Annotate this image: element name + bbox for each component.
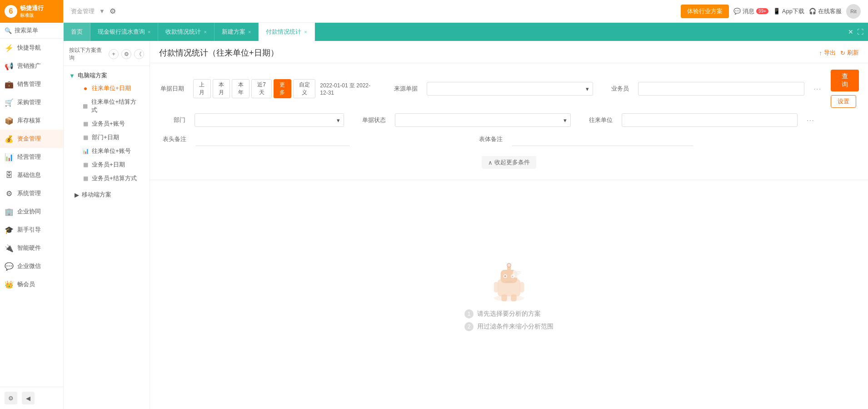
- tab-payment-stats-close[interactable]: ×: [304, 29, 307, 35]
- partner-select[interactable]: [622, 113, 798, 127]
- schema-staff-settle-label: 业务员+结算方式: [92, 174, 137, 182]
- source-doc-select[interactable]: ▾: [427, 82, 593, 96]
- collapse-more-btn[interactable]: ∧ 收起更多条件: [482, 156, 536, 169]
- date-range-display: 2022-01-01 至 2022-12-31: [320, 82, 376, 96]
- tab-home-label: 首页: [71, 28, 83, 36]
- schema-staff-account[interactable]: ▦ 业务员+账号: [69, 117, 144, 131]
- sidebar-item-member[interactable]: 👑 畅会员: [0, 275, 63, 293]
- expand-btn[interactable]: ⛶: [857, 28, 863, 35]
- settings-btn[interactable]: 设置: [831, 95, 856, 108]
- logo-icon: 6: [5, 5, 17, 18]
- tab-payment-stats[interactable]: 付款情况统计 ×: [259, 23, 314, 41]
- schema-dept-date[interactable]: ▦ 部门+日期: [69, 131, 144, 144]
- partner-ellipsis[interactable]: ···: [807, 116, 815, 124]
- tab-bank-flow[interactable]: 现金银行流水查询 ×: [90, 23, 158, 41]
- enterprise-icon: 🏢: [5, 207, 14, 216]
- tip-1-text: 请先选择要分析的方案: [477, 310, 541, 318]
- tip-num-2: 2: [464, 322, 474, 331]
- close-all-tabs-btn[interactable]: ✕: [848, 28, 853, 35]
- tab-new-plan-label: 新建方案: [222, 28, 245, 36]
- app-download-btn[interactable]: 📱 App下载: [773, 7, 804, 15]
- notification-icon: 💬: [733, 8, 741, 15]
- mobile-schema-label: 移动端方案: [82, 191, 111, 199]
- tab-new-plan-close[interactable]: ×: [248, 29, 251, 35]
- table-body-note-input[interactable]: [512, 132, 693, 146]
- date-btn-this-month[interactable]: 本月: [213, 79, 230, 98]
- schema-settings-btn[interactable]: ⚙: [121, 49, 131, 59]
- content-area: 按以下方案查询 + ⚙ 《 ▼ 电脑端方案: [64, 41, 868, 409]
- table-header-note-input[interactable]: [195, 132, 350, 146]
- online-service-label: 在线客服: [818, 7, 842, 15]
- schema-staff-date-label: 业务员+日期: [92, 161, 125, 169]
- query-btn[interactable]: 查询: [831, 70, 859, 91]
- schema-partner-settle[interactable]: ▦ 往来单位+结算方式: [69, 95, 144, 117]
- tab-new-plan[interactable]: 新建方案 ×: [215, 23, 259, 41]
- date-btn-last-7[interactable]: 近7天: [251, 79, 272, 98]
- sidebar-item-label: 企业微信: [17, 262, 41, 270]
- staff-select[interactable]: [638, 82, 804, 96]
- topbar-settings-icon[interactable]: ⚙: [110, 7, 116, 15]
- desktop-collapse-icon: ▼: [69, 72, 75, 79]
- sidebar-item-marketing[interactable]: 📢 营销推广: [0, 57, 63, 75]
- sidebar-settings-btn[interactable]: ⚙: [5, 392, 17, 404]
- tip-num-1: 1: [464, 309, 474, 318]
- online-service-btn[interactable]: 🎧 在线客服: [809, 7, 842, 15]
- tab-home[interactable]: 首页: [64, 23, 90, 41]
- sidebar-item-guide[interactable]: 🎓 新手引导: [0, 221, 63, 239]
- schema-icon: ▦: [82, 161, 89, 168]
- tab-receipt-stats[interactable]: 收款情况统计 ×: [158, 23, 214, 41]
- schema-partner-date[interactable]: ● 往来单位+日期: [69, 81, 144, 95]
- user-avatar-text: Rit: [850, 9, 856, 14]
- filter-row-3: 表头备注 表体备注: [159, 132, 859, 146]
- chevron-down-icon: ▾: [564, 117, 567, 124]
- date-btn-last-month[interactable]: 上月: [193, 79, 211, 98]
- active-schema-icon: ●: [82, 85, 89, 92]
- sidebar-item-enterprise[interactable]: 🏢 企业协同: [0, 202, 63, 221]
- topbar: 资金管理 ▼ ⚙ 体验行业方案 💬 消息 99+ 📱 App下载 🎧 在线客服 …: [64, 0, 868, 23]
- staff-ellipsis[interactable]: ···: [813, 85, 822, 92]
- topbar-dropdown-icon[interactable]: ▼: [99, 8, 105, 15]
- collapse-more-icon: ∧: [488, 159, 493, 166]
- collapse-panel-btn[interactable]: 《: [134, 49, 144, 59]
- inventory-icon: 📦: [5, 116, 14, 125]
- filter-area: 单据日期 上月 本月 本年 近7天 更多 自定义 2022-01-01 至 20…: [150, 63, 868, 180]
- sidebar-item-system[interactable]: ⚙ 系统管理: [0, 184, 63, 202]
- doc-status-select[interactable]: ▾: [395, 113, 571, 127]
- gear-icon: ⚙: [124, 51, 129, 57]
- sales-icon: 💼: [5, 80, 14, 89]
- industry-btn[interactable]: 体验行业方案: [681, 5, 729, 18]
- refresh-btn[interactable]: ↻ 刷新: [840, 49, 859, 57]
- schema-staff-date[interactable]: ▦ 业务员+日期: [69, 158, 144, 172]
- sidebar-item-inventory[interactable]: 📦 库存核算: [0, 111, 63, 130]
- schema-icon: ▦: [82, 120, 89, 127]
- sidebar-item-operation[interactable]: 📊 经营管理: [0, 148, 63, 166]
- schema-partner-account[interactable]: 📊 往来单位+账号: [69, 144, 144, 158]
- dept-select[interactable]: ▾: [195, 113, 344, 127]
- add-schema-btn[interactable]: +: [109, 49, 119, 59]
- search-menu[interactable]: 🔍 搜索菜单: [0, 23, 63, 39]
- tab-bank-flow-close[interactable]: ×: [148, 29, 150, 35]
- date-btn-more[interactable]: 更多: [274, 79, 291, 98]
- sidebar-item-wechat[interactable]: 💬 企业微信: [0, 257, 63, 275]
- sidebar-item-finance[interactable]: 💰 资金管理: [0, 130, 63, 148]
- sidebar-item-basic-info[interactable]: 🗄 基础信息: [0, 166, 63, 184]
- schema-staff-settle[interactable]: ▦ 业务员+结算方式: [69, 172, 144, 185]
- notification-btn[interactable]: 💬 消息 99+: [733, 7, 768, 15]
- mobile-schema-group[interactable]: ▶ 移动端方案: [64, 189, 150, 201]
- sidebar-item-purchase[interactable]: 🛒 采购管理: [0, 93, 63, 111]
- tab-receipt-stats-close[interactable]: ×: [204, 29, 206, 35]
- date-btn-this-year[interactable]: 本年: [232, 79, 249, 98]
- sidebar-item-sales[interactable]: 💼 销售管理: [0, 75, 63, 93]
- desktop-schema-group: ▼ 电脑端方案 ● 往来单位+日期 ▦ 往来单位+结算方式 ▦ 业务员+账号 ▦: [64, 66, 150, 189]
- user-avatar[interactable]: Rit: [846, 4, 861, 19]
- app-version: 标准版: [20, 12, 44, 19]
- collapse-more-label: 收起更多条件: [494, 158, 530, 167]
- sidebar-item-smart-hw[interactable]: 🔌 智能硬件: [0, 239, 63, 257]
- date-btn-custom[interactable]: 自定义: [293, 79, 315, 98]
- sidebar-item-quick-nav[interactable]: ⚡ 快捷导航: [0, 39, 63, 57]
- sidebar-collapse-btn[interactable]: ◀: [22, 392, 35, 404]
- sidebar-footer: ⚙ ◀: [0, 387, 63, 409]
- desktop-schema-title[interactable]: ▼ 电脑端方案: [69, 70, 144, 81]
- app-download-label: App下载: [782, 7, 804, 15]
- export-btn[interactable]: ↑ 导出: [819, 49, 836, 57]
